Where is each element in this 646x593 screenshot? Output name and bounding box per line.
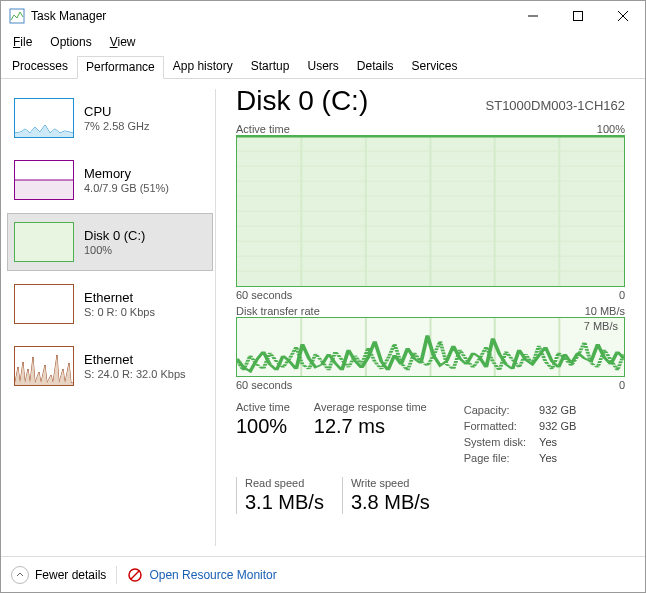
chart2-label: Disk transfer rate (236, 305, 320, 317)
chart2-max: 10 MB/s (585, 305, 625, 317)
chart1-xstart: 60 seconds (236, 289, 292, 301)
disk-model: ST1000DM003-1CH162 (486, 98, 625, 113)
sidebar-item-label: Ethernet (84, 290, 155, 305)
fewer-details-button[interactable]: Fewer details (11, 566, 106, 584)
tab-startup[interactable]: Startup (242, 55, 299, 78)
task-manager-icon (9, 8, 25, 24)
sidebar-item-sub: 7% 2.58 GHz (84, 120, 149, 132)
tab-app-history[interactable]: App history (164, 55, 242, 78)
svg-rect-2 (573, 12, 582, 21)
resource-monitor-icon (127, 567, 143, 583)
avg-response-value: 12.7 ms (314, 415, 427, 438)
chart2-xend: 0 (619, 379, 625, 391)
svg-rect-5 (15, 180, 73, 199)
sidebar-item-label: CPU (84, 104, 149, 119)
sidebar-item-label: Disk 0 (C:) (84, 228, 145, 243)
disk-properties: Capacity:932 GB Formatted:932 GB System … (461, 401, 580, 467)
avg-response-label: Average response time (314, 401, 427, 413)
sidebar-item-sub: S: 0 R: 0 Kbps (84, 306, 155, 318)
close-button[interactable] (600, 1, 645, 31)
write-speed-value: 3.8 MB/s (351, 491, 430, 514)
open-resource-monitor-link[interactable]: Open Resource Monitor (127, 567, 276, 583)
memory-thumb-icon (14, 160, 74, 200)
sidebar-item-memory[interactable]: Memory 4.0/7.9 GB (51%) (7, 151, 213, 209)
titlebar: Task Manager (1, 1, 645, 31)
sidebar-item-sub: S: 24.0 R: 32.0 Kbps (84, 368, 186, 380)
footer: Fewer details Open Resource Monitor (1, 556, 645, 592)
sidebar-item-ethernet-1[interactable]: Ethernet S: 0 R: 0 Kbps (7, 275, 213, 333)
separator (116, 566, 117, 584)
sidebar-item-cpu[interactable]: CPU 7% 2.58 GHz (7, 89, 213, 147)
menubar: File Options View (1, 31, 645, 55)
active-time-label: Active time (236, 401, 290, 413)
tab-performance[interactable]: Performance (77, 56, 164, 79)
window-title: Task Manager (31, 9, 106, 23)
chart1-xend: 0 (619, 289, 625, 301)
chart1-label: Active time (236, 123, 290, 135)
page-title: Disk 0 (C:) (236, 85, 368, 117)
ethernet-thumb-icon (14, 284, 74, 324)
read-speed-value: 3.1 MB/s (245, 491, 324, 514)
menu-options[interactable]: Options (42, 33, 99, 51)
sidebar-item-sub: 4.0/7.9 GB (51%) (84, 182, 169, 194)
tab-services[interactable]: Services (403, 55, 467, 78)
disk-thumb-icon (14, 222, 74, 262)
chevron-up-icon (11, 566, 29, 584)
sidebar-item-disk[interactable]: Disk 0 (C:) 100% (7, 213, 213, 271)
active-time-value: 100% (236, 415, 290, 438)
write-speed-label: Write speed (351, 477, 430, 489)
tab-details[interactable]: Details (348, 55, 403, 78)
chart2-xstart: 60 seconds (236, 379, 292, 391)
svg-line-29 (131, 571, 139, 579)
tab-processes[interactable]: Processes (3, 55, 77, 78)
tab-users[interactable]: Users (298, 55, 347, 78)
content: CPU 7% 2.58 GHz Memory 4.0/7.9 GB (51%) … (1, 79, 645, 556)
menu-view[interactable]: View (102, 33, 144, 51)
main-panel: Disk 0 (C:) ST1000DM003-1CH162 Active ti… (216, 79, 645, 556)
ethernet-thumb-icon (14, 346, 74, 386)
tabs: Processes Performance App history Startu… (1, 55, 645, 79)
chart1-max: 100% (597, 123, 625, 135)
sidebar-item-label: Ethernet (84, 352, 186, 367)
minimize-button[interactable] (510, 1, 555, 31)
sidebar-item-label: Memory (84, 166, 169, 181)
active-time-chart[interactable] (236, 135, 625, 287)
sidebar-item-sub: 100% (84, 244, 145, 256)
menu-file[interactable]: File (5, 33, 40, 51)
cpu-thumb-icon (14, 98, 74, 138)
transfer-rate-chart[interactable]: 7 MB/s (236, 317, 625, 377)
sidebar: CPU 7% 2.58 GHz Memory 4.0/7.9 GB (51%) … (1, 79, 215, 556)
read-speed-label: Read speed (245, 477, 324, 489)
sidebar-item-ethernet-2[interactable]: Ethernet S: 24.0 R: 32.0 Kbps (7, 337, 213, 395)
svg-rect-21 (237, 136, 624, 286)
maximize-button[interactable] (555, 1, 600, 31)
